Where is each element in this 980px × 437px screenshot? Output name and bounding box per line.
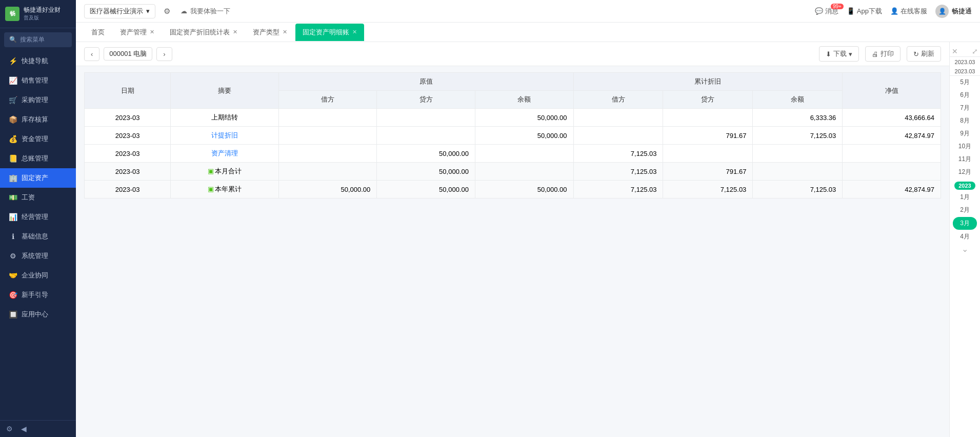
timeline-scroll-down[interactable]: ⌄ <box>950 243 980 255</box>
cell-date: 2023-03 <box>85 163 171 181</box>
online-service-button[interactable]: 👤 在线客服 <box>890 7 927 16</box>
asset-navigation: ‹ 000001 电脑 › <box>84 47 172 61</box>
print-label: 打印 <box>881 49 894 58</box>
refresh-button[interactable]: ↻ 刷新 <box>907 46 941 62</box>
sidebar-item-label: 库存核算 <box>22 115 48 124</box>
cell-net: 42,874.97 <box>843 127 941 145</box>
close-panel-icon[interactable]: ✕ <box>952 47 958 55</box>
print-icon: 🖨 <box>872 50 878 58</box>
topbar: 医疗器械行业演示 ▾ ⚙ ☁ 我要体验一下 💬 消息 99+ 📱 App下载 👤… <box>76 0 980 23</box>
company-selector[interactable]: 医疗器械行业演示 ▾ <box>84 4 155 18</box>
timeline-year-marker: 2023 <box>950 181 980 191</box>
cell-orig-balance: 50,000.00 <box>475 109 573 127</box>
sidebar-item-sales[interactable]: 📈 销售管理 <box>0 71 76 90</box>
cell-orig-credit: 50,000.00 <box>377 181 475 198</box>
tab-asset-type-close[interactable]: ✕ <box>283 29 287 35</box>
download-icon: 📱 <box>847 7 855 15</box>
sidebar-search[interactable]: 🔍 搜索菜单 <box>4 32 72 47</box>
sidebar-item-label: 基础信息 <box>22 232 48 241</box>
col-accumulated-header: 累计折旧 <box>573 73 843 91</box>
timeline-panel: ✕ ⤢ 2023.03 2023.03 5月 6月 7月 8月 9月 10月 1… <box>949 42 980 437</box>
tab-depreciation-close[interactable]: ✕ <box>233 29 237 35</box>
download-button[interactable]: ⬇ 下载 ▾ <box>819 46 859 62</box>
sidebar-item-operations[interactable]: 📊 经营管理 <box>0 207 76 227</box>
purchase-icon: 🛒 <box>8 95 17 105</box>
topbar-gear-icon[interactable]: ⚙ <box>162 5 172 18</box>
experience-button[interactable]: ☁ 我要体验一下 <box>181 7 230 16</box>
content-area: ‹ 000001 电脑 › ⬇ 下载 ▾ 🖨 打印 <box>76 42 980 437</box>
col-original-header: 原值 <box>278 73 573 91</box>
sidebar-item-finance[interactable]: 💰 资金管理 <box>0 129 76 149</box>
timeline-6[interactable]: 6月 <box>950 89 980 102</box>
sidebar-item-ledger[interactable]: 📒 总账管理 <box>0 149 76 168</box>
timeline-7[interactable]: 7月 <box>950 102 980 114</box>
cell-accum-debit <box>573 109 663 127</box>
settings-icon[interactable]: ⚙ <box>6 425 13 433</box>
sidebar-item-payroll[interactable]: 💵 工资 <box>0 188 76 207</box>
operations-icon: 📊 <box>8 212 17 222</box>
timeline-5[interactable]: 5月 <box>950 76 980 89</box>
sidebar-item-quicknav[interactable]: ⚡ 快捷导航 <box>0 51 76 71</box>
cell-orig-balance: 50,000.00 <box>475 181 573 198</box>
timeline-4[interactable]: 4月 <box>950 230 980 243</box>
sidebar-item-label: 新手引导 <box>22 290 48 300</box>
message-icon: 💬 <box>815 7 823 15</box>
user-menu[interactable]: 👤 畅捷通 <box>935 5 972 18</box>
sidebar-item-enterprise[interactable]: 🤝 企业协同 <box>0 266 76 285</box>
tabs-bar: 首页 资产管理 ✕ 固定资产折旧统计表 ✕ 资产类型 ✕ 固定资产明细账 ✕ <box>76 23 980 42</box>
timeline-11[interactable]: 11月 <box>950 153 980 166</box>
sidebar-item-fixedasset[interactable]: 🏢 固定资产 <box>0 168 76 188</box>
tab-asset-type[interactable]: 资产类型 ✕ <box>246 24 294 41</box>
tab-asset-detail[interactable]: 固定资产明细账 ✕ <box>295 24 364 41</box>
timeline-9[interactable]: 9月 <box>950 127 980 140</box>
search-icon: 🔍 <box>9 36 17 43</box>
timeline-1[interactable]: 1月 <box>950 191 980 204</box>
cell-accum-debit: 7,125.03 <box>573 181 663 198</box>
tab-asset-mgmt-close[interactable]: ✕ <box>150 29 154 35</box>
refresh-label: 刷新 <box>921 49 934 58</box>
app-download-button[interactable]: 📱 App下载 <box>847 7 882 16</box>
cell-accum-credit <box>663 109 753 127</box>
sidebar-item-system[interactable]: ⚙ 系统管理 <box>0 246 76 266</box>
message-button[interactable]: 💬 消息 99+ <box>815 7 838 16</box>
sidebar-item-inventory[interactable]: 📦 库存核算 <box>0 110 76 129</box>
cell-summary: 计提折旧 <box>171 127 279 145</box>
col-orig-balance-header: 余额 <box>475 91 573 109</box>
system-icon: ⚙ <box>8 251 17 261</box>
app-download-label: App下载 <box>857 7 882 16</box>
sidebar-item-purchase[interactable]: 🛒 采购管理 <box>0 90 76 110</box>
asset-code-display: 000001 电脑 <box>104 47 152 61</box>
cell-summary: 上期结转 <box>171 109 279 127</box>
next-asset-button[interactable]: › <box>156 47 172 61</box>
cell-orig-debit <box>278 163 377 181</box>
col-date-header: 日期 <box>85 73 171 109</box>
cell-accum-debit: 7,125.03 <box>573 163 663 181</box>
timeline-2[interactable]: 2月 <box>950 204 980 216</box>
col-orig-credit-header: 贷方 <box>377 91 475 109</box>
timeline-top-label: 2023.03 <box>950 57 980 67</box>
sidebar-item-guide[interactable]: 🎯 新手引导 <box>0 285 76 305</box>
collapse-icon[interactable]: ◀ <box>21 425 27 433</box>
sidebar-item-basic[interactable]: ℹ 基础信息 <box>0 227 76 246</box>
timeline-8[interactable]: 8月 <box>950 114 980 127</box>
cell-accum-balance <box>753 163 843 181</box>
sidebar-item-label: 经营管理 <box>22 212 48 222</box>
sidebar-item-appstore[interactable]: 🔲 应用中心 <box>0 305 76 324</box>
cell-date: 2023-03 <box>85 127 171 145</box>
cell-date: 2023-03 <box>85 145 171 163</box>
expand-panel-icon[interactable]: ⤢ <box>972 47 978 55</box>
timeline-12[interactable]: 12月 <box>950 166 980 178</box>
sidebar-footer: ⚙ ◀ <box>0 420 76 437</box>
table-row: 2023-03 ▣本月合计 50,000.00 7,125.03 791.67 <box>85 163 941 181</box>
prev-asset-button[interactable]: ‹ <box>84 47 99 61</box>
print-button[interactable]: 🖨 打印 <box>865 46 901 62</box>
timeline-3-active[interactable]: 3月 <box>953 217 977 230</box>
tab-asset-mgmt[interactable]: 资产管理 ✕ <box>113 24 162 41</box>
tab-home[interactable]: 首页 <box>84 24 112 41</box>
tab-asset-detail-close[interactable]: ✕ <box>352 29 357 35</box>
topbar-right: 💬 消息 99+ 📱 App下载 👤 在线客服 👤 畅捷通 <box>815 5 972 18</box>
cell-orig-credit <box>377 127 475 145</box>
tab-depreciation-stats[interactable]: 固定资产折旧统计表 ✕ <box>163 24 245 41</box>
timeline-10[interactable]: 10月 <box>950 140 980 153</box>
cell-date: 2023-03 <box>85 109 171 127</box>
